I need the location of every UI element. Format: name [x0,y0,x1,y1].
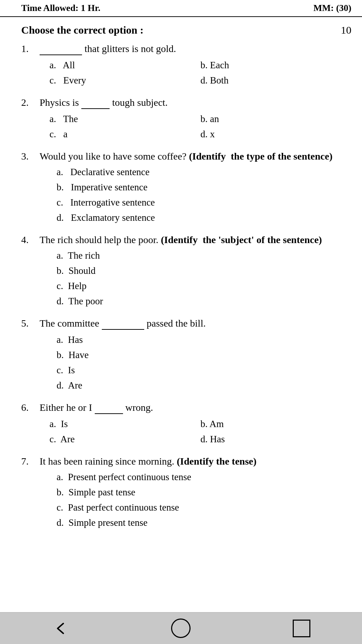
question-5: 5. The committee passed the bill. a. Has… [21,318,351,392]
q2-option-a: a. The [49,113,200,126]
q7-option-c: c. Past perfect continuous tense [57,501,351,514]
question-5-row: 5. The committee passed the bill. [21,318,351,330]
question-6-text: Either he or I wrong. [40,402,351,414]
back-button[interactable] [48,616,73,641]
header-right: MM: (30) [313,3,351,13]
question-5-num: 5. [21,318,35,329]
q7-option-d: d. Simple present tense [57,516,351,529]
q1-option-c: c. Every [49,74,200,87]
question-6-row: 6. Either he or I wrong. [21,402,351,414]
q3-option-d: d. Exclamatory sentence [57,211,351,224]
question-3: 3. Would you like to have some coffee? (… [21,151,351,224]
blank-5 [102,318,144,330]
q5-option-c: c. Is [57,364,351,377]
q7-option-a: a. Present perfect continuous tense [57,471,351,484]
question-7-text: It has been raining since morning. (Iden… [40,456,351,467]
question-4-text: The rich should help the poor. (Identify… [40,234,351,246]
question-3-options: a. Declarative sentence b. Imperative se… [57,166,351,224]
q6-option-b: b. Am [200,418,351,431]
q3-option-a: a. Declarative sentence [57,166,351,179]
back-icon [53,621,68,636]
question-3-identify: (Identify the type of the sentence) [189,151,333,162]
question-2: 2. Physics is tough subject. a. The b. a… [21,97,351,141]
question-2-num: 2. [21,97,35,108]
q4-option-c: c. Help [57,280,351,293]
question-5-text: The committee passed the bill. [40,318,351,330]
question-5-options: a. Has b. Have c. Is d. Are [57,333,351,392]
question-3-row: 3. Would you like to have some coffee? (… [21,151,351,162]
question-6: 6. Either he or I wrong. a. Is b. Am c. … [21,402,351,446]
blank-2 [81,97,110,109]
q3-option-c: c. Interrogative sentence [57,196,351,209]
question-7: 7. It has been raining since morning. (I… [21,456,351,529]
question-1-num: 1. [21,43,35,54]
question-4: 4. The rich should help the poor. (Ident… [21,234,351,308]
question-4-identify: (Identify the 'subject' of the sentence) [161,234,322,245]
q5-option-a: a. Has [57,333,351,346]
q6-option-a: a. Is [49,418,200,431]
question-1-text: that glitters is not gold. [40,43,351,55]
home-icon [171,619,191,638]
section-header: Choose the correct option : 10 [21,24,351,36]
question-2-row: 2. Physics is tough subject. [21,97,351,109]
q4-option-a: a. The rich [57,249,351,262]
q6-option-d: d. Has [200,433,351,446]
question-4-options: a. The rich b. Should c. Help d. The poo… [57,249,351,308]
q2-option-b: b. an [200,113,351,126]
home-button[interactable] [169,616,193,641]
bottom-navigation [0,612,362,644]
q4-option-b: b. Should [57,264,351,277]
question-3-num: 3. [21,151,35,162]
q3-option-b: b. Imperative sentence [57,181,351,194]
q7-option-b: b. Simple past tense [57,486,351,499]
blank-6 [95,402,123,414]
q1-option-a: a. All [49,59,200,72]
q4-option-d: d. The poor [57,295,351,308]
q1-option-b: b. Each [200,59,351,72]
section-marks: 10 [341,24,351,36]
question-3-text: Would you like to have some coffee? (Ide… [40,151,351,162]
q5-option-b: b. Have [57,349,351,362]
q6-option-c: c. Are [49,433,200,446]
recents-icon [293,620,310,637]
question-6-num: 6. [21,402,35,413]
main-content: Choose the correct option : 10 1. that g… [0,17,362,612]
question-7-num: 7. [21,456,35,467]
top-bar: Time Allowed: 1 Hr. MM: (30) [0,0,362,17]
q2-option-d: d. x [200,128,351,141]
question-2-options: a. The b. an c. a d. x [49,113,351,141]
question-7-row: 7. It has been raining since morning. (I… [21,456,351,467]
q1-option-d: d. Both [200,74,351,87]
question-6-options: a. Is b. Am c. Are d. Has [49,418,351,446]
question-4-row: 4. The rich should help the poor. (Ident… [21,234,351,246]
header-left: Time Allowed: 1 Hr. [21,3,100,13]
question-2-text: Physics is tough subject. [40,97,351,109]
blank-1 [40,43,82,55]
recents-button[interactable] [289,616,314,641]
question-1-row: 1. that glitters is not gold. [21,43,351,55]
q2-option-c: c. a [49,128,200,141]
question-1: 1. that glitters is not gold. a. All b. … [21,43,351,87]
question-1-options: a. All b. Each c. Every d. Both [49,59,351,87]
question-7-options: a. Present perfect continuous tense b. S… [57,471,351,529]
section-title: Choose the correct option : [21,24,144,36]
question-7-identify: (Identify the tense) [177,456,257,467]
question-4-num: 4. [21,234,35,246]
q5-option-d: d. Are [57,379,351,392]
